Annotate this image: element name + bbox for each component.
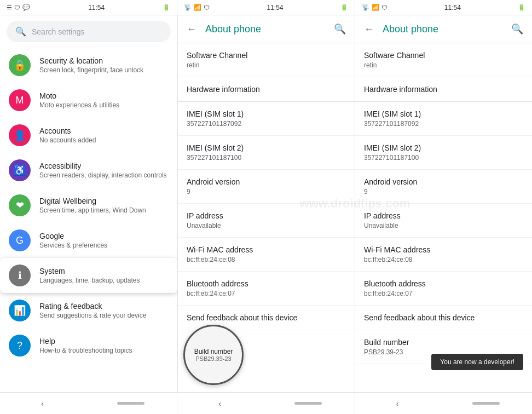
about-item-title-4: Android version bbox=[187, 177, 346, 186]
settings-text-accessibility: AccessibilityScreen readers, display, in… bbox=[39, 162, 169, 179]
about-item-2[interactable]: IMEI (SIM slot 1)357227101187092 bbox=[355, 102, 532, 136]
settings-icon-wellbeing: ❤ bbox=[9, 194, 31, 216]
settings-title-security: Security & location bbox=[39, 56, 169, 65]
about-item-7[interactable]: Bluetooth addressbc:ff:eb:24:ce:07 bbox=[178, 272, 355, 306]
settings-item-accessibility[interactable]: ♿AccessibilityScreen readers, display, i… bbox=[0, 153, 177, 188]
settings-subtitle-help: How-to & troubleshooting topics bbox=[39, 347, 169, 354]
build-circle[interactable]: Build numberPSB29.39-23 bbox=[183, 325, 244, 385]
about-item-0[interactable]: Software Channelretin bbox=[355, 43, 532, 77]
settings-subtitle-accounts: No accounts added bbox=[39, 136, 169, 144]
settings-title-google: Google bbox=[39, 232, 169, 240]
back-button-1[interactable]: ← bbox=[187, 24, 196, 35]
settings-subtitle-moto: Moto experiences & utilities bbox=[39, 101, 169, 109]
about-item-6[interactable]: Wi-Fi MAC addressbc:ff:eb:24:ce:08 bbox=[355, 238, 532, 272]
about-item-value-2: 357227101187092 bbox=[364, 120, 523, 128]
nav-section-2: ‹ bbox=[177, 393, 355, 414]
about-item-5[interactable]: IP addressUnavailable bbox=[178, 204, 355, 238]
settings-item-google[interactable]: GGoogleServices & preferences bbox=[0, 223, 177, 258]
signal-icon-2: 📡 bbox=[184, 4, 192, 11]
settings-text-google: GoogleServices & preferences bbox=[39, 232, 169, 249]
settings-text-help: HelpHow-to & troubleshooting topics bbox=[39, 337, 169, 354]
settings-icon-accessibility: ♿ bbox=[9, 159, 31, 181]
about-item-value-6: bc:ff:eb:24:ce:08 bbox=[187, 256, 346, 263]
status-icons-right-3: 🔋 bbox=[518, 4, 525, 11]
settings-subtitle-security: Screen lock, fingerprint, face unlock bbox=[39, 66, 169, 74]
about-section-1: Hardware information bbox=[178, 77, 355, 102]
status-section-2: 📡 📶 🛡 11:54 🔋 bbox=[177, 0, 355, 15]
about-item-0[interactable]: Software Channelretin bbox=[178, 43, 355, 77]
developer-toast: You are now a developer! bbox=[431, 354, 523, 370]
search-icon: 🔍 bbox=[15, 26, 26, 37]
about-item-4[interactable]: Android version9 bbox=[178, 170, 355, 204]
settings-title-accounts: Accounts bbox=[39, 127, 169, 135]
about-section-title-1: Hardware information bbox=[187, 85, 346, 94]
about-item-4[interactable]: Android version9 bbox=[355, 170, 532, 204]
build-number-container[interactable]: Build numberPSB29.39-23 bbox=[178, 330, 355, 374]
status-time-2: 11:54 bbox=[267, 4, 283, 12]
settings-list: 🔒Security & locationScreen lock, fingerp… bbox=[0, 48, 177, 392]
search-button-2[interactable]: 🔍 bbox=[511, 23, 523, 35]
settings-icon-security: 🔒 bbox=[9, 54, 31, 76]
about-item-8[interactable]: Send feedback about this device bbox=[355, 306, 532, 330]
home-pill-1[interactable] bbox=[117, 402, 144, 405]
about-item-title-7: Bluetooth address bbox=[187, 279, 346, 288]
about-item-value-0: retin bbox=[187, 61, 346, 69]
search-bar[interactable]: 🔍 Search settings bbox=[7, 21, 171, 42]
about-item-title-2: IMEI (SIM slot 1) bbox=[187, 110, 346, 118]
about-item-title-6: Wi-Fi MAC address bbox=[187, 245, 346, 254]
status-section-1: ☰ 🛡 💬 11:54 🔋 bbox=[0, 0, 177, 15]
about-item-5[interactable]: IP addressUnavailable bbox=[355, 204, 532, 238]
status-time-1: 11:54 bbox=[88, 4, 105, 12]
home-pill-3[interactable] bbox=[472, 402, 500, 405]
status-icons-left-1: ☰ 🛡 💬 bbox=[7, 4, 30, 11]
settings-title-wellbeing: Digital Wellbeing bbox=[39, 197, 169, 205]
settings-subtitle-google: Services & preferences bbox=[39, 242, 169, 249]
settings-title-rating: Rating & feedback bbox=[39, 302, 169, 311]
status-icons-left-2: 📡 📶 🛡 bbox=[184, 4, 210, 11]
back-nav-3[interactable]: ‹ bbox=[388, 397, 408, 410]
settings-item-wellbeing[interactable]: ❤Digital WellbeingScreen time, app timer… bbox=[0, 188, 177, 223]
battery-icon-2: 🔋 bbox=[340, 4, 348, 11]
settings-subtitle-accessibility: Screen readers, display, interaction con… bbox=[39, 171, 169, 179]
back-nav-1[interactable]: ‹ bbox=[32, 397, 53, 410]
about-panel-2: ← About phone 🔍 Software ChannelretinHar… bbox=[355, 15, 532, 392]
settings-title-moto: Moto bbox=[39, 91, 169, 100]
about-item-title-8: Send feedback about this device bbox=[187, 313, 346, 322]
notification-icon: ☰ bbox=[7, 4, 12, 11]
settings-text-moto: MotoMoto experiences & utilities bbox=[39, 91, 169, 109]
settings-item-help[interactable]: ?HelpHow-to & troubleshooting topics bbox=[0, 328, 177, 363]
about-item-7[interactable]: Bluetooth addressbc:ff:eb:24:ce:07 bbox=[355, 272, 532, 306]
status-bar: ☰ 🛡 💬 11:54 🔋 📡 📶 🛡 11:54 🔋 📡 📶 🛡 11:54 … bbox=[0, 0, 532, 15]
build-circle-title: Build number bbox=[194, 348, 233, 355]
settings-icon-rating: 📊 bbox=[9, 300, 31, 321]
right-panels: www.droidtips.com ← About phone 🔍 Softwa… bbox=[178, 15, 532, 392]
back-nav-2[interactable]: ‹ bbox=[210, 397, 230, 410]
settings-subtitle-rating: Send suggestions & rate your device bbox=[39, 312, 169, 319]
about-item-3[interactable]: IMEI (SIM slot 2)357227101187100 bbox=[178, 136, 355, 170]
status-icons-right-1: 🔋 bbox=[163, 4, 170, 11]
search-button-1[interactable]: 🔍 bbox=[334, 23, 346, 35]
about-item-3[interactable]: IMEI (SIM slot 2)357227101187100 bbox=[355, 136, 532, 170]
settings-subtitle-system: Languages, time, backup, updates bbox=[39, 277, 169, 284]
panel-header-2: ← About phone 🔍 bbox=[355, 15, 532, 43]
about-item-title-6: Wi-Fi MAC address bbox=[364, 245, 523, 254]
settings-icon-moto: M bbox=[9, 89, 31, 111]
settings-title-system: System bbox=[39, 267, 169, 275]
build-title: Build number bbox=[364, 338, 523, 347]
about-item-value-4: 9 bbox=[187, 188, 346, 196]
settings-item-system[interactable]: ℹSystemLanguages, time, backup, updates bbox=[0, 258, 177, 293]
settings-item-security[interactable]: 🔒Security & locationScreen lock, fingerp… bbox=[0, 48, 177, 83]
about-item-value-3: 357227101187100 bbox=[364, 154, 523, 162]
about-item-title-5: IP address bbox=[364, 211, 523, 220]
about-item-2[interactable]: IMEI (SIM slot 1)357227101187092 bbox=[178, 102, 355, 136]
settings-item-rating[interactable]: 📊Rating & feedbackSend suggestions & rat… bbox=[0, 293, 177, 328]
back-button-2[interactable]: ← bbox=[364, 24, 374, 35]
settings-item-accounts[interactable]: 👤AccountsNo accounts added bbox=[0, 118, 177, 153]
settings-item-moto[interactable]: MMotoMoto experiences & utilities bbox=[0, 83, 177, 118]
settings-icon-accounts: 👤 bbox=[9, 124, 31, 146]
about-item-6[interactable]: Wi-Fi MAC addressbc:ff:eb:24:ce:08 bbox=[178, 238, 355, 272]
about-list-2: Software ChannelretinHardware informatio… bbox=[355, 43, 532, 392]
about-item-title-3: IMEI (SIM slot 2) bbox=[187, 143, 346, 152]
home-pill-2[interactable] bbox=[294, 402, 322, 405]
about-item-value-7: bc:ff:eb:24:ce:07 bbox=[187, 290, 346, 297]
